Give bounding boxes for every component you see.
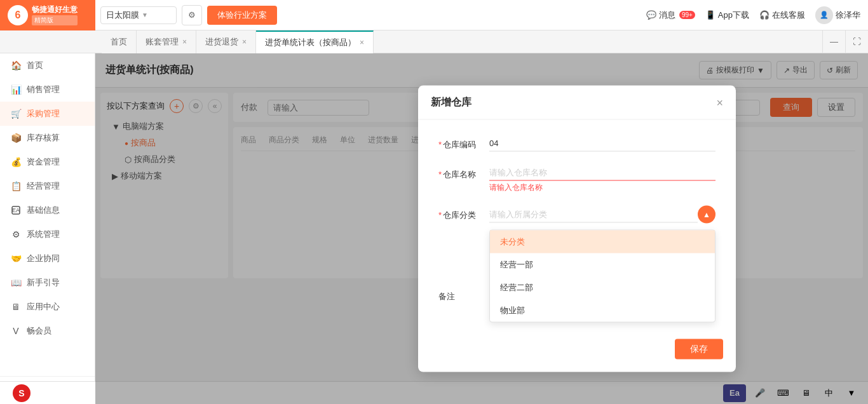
content-area: 进货单统计(按商品) 🖨 按模板打印 ▼ ↗ 导出 ↺ 刷新 (95, 53, 868, 404)
online-service-button[interactable]: 🎧 在线客服 (759, 10, 805, 21)
tab-account[interactable]: 账套管理 × (137, 30, 196, 53)
tab-controls: — ⛶ (822, 30, 868, 53)
save-button[interactable]: 保存 (675, 339, 723, 360)
category-select-wrapper: ▲ (489, 206, 715, 224)
main-layout: 🏠 首页 📊 销售管理 🛒 采购管理 📦 库存核算 💰 资金管理 📋 经营管理 … (0, 53, 868, 404)
tab-purchase-return[interactable]: 进货退货 × (196, 30, 256, 53)
svg-text:EA: EA (12, 207, 20, 213)
purchase-icon: 🛒 (10, 108, 22, 119)
sidebar-item-operations[interactable]: 📋 经营管理 (0, 174, 95, 198)
enterprise-icon: 🤝 (10, 253, 22, 264)
form-group-name: 仓库名称 请输入仓库名称 (438, 165, 715, 193)
name-error-message: 请输入仓库名称 (489, 182, 543, 193)
user-profile[interactable]: 👤 徐泽华 (815, 6, 860, 24)
operations-icon: 📋 (10, 180, 22, 192)
message-icon: 💬 (646, 10, 656, 20)
finance-icon: 💰 (10, 156, 22, 168)
dropdown-item-dept2[interactable]: 经营二部 (490, 276, 715, 299)
code-label: 仓库编码 (438, 135, 489, 151)
category-arrow-button[interactable]: ▲ (698, 206, 715, 224)
bottom-left: S (8, 384, 31, 402)
modal-close-button[interactable]: × (716, 97, 723, 108)
form-group-category: 仓库分类 ▲ 未分类 经营一部 经营二部 物业部 (438, 206, 715, 224)
sidebar-item-basic-info[interactable]: EA 基础信息 (0, 198, 95, 222)
sidebar-item-apps[interactable]: 🖥 应用中心 (0, 295, 95, 319)
info-icon: EA (10, 205, 22, 216)
tab-close-return[interactable]: × (242, 37, 247, 46)
sidebar: 🏠 首页 📊 销售管理 🛒 采购管理 📦 库存核算 💰 资金管理 📋 经营管理 … (0, 53, 95, 404)
system-icon: ⚙ (10, 229, 22, 240)
tab-minimize-button[interactable]: — (822, 30, 845, 53)
trial-button[interactable]: 体验行业方案 (207, 6, 277, 25)
logo-area: 6 畅捷通好生意 精简版 (0, 0, 95, 30)
name-error-wrapper: 请输入仓库名称 (438, 181, 543, 193)
tab-close-account[interactable]: × (182, 37, 187, 46)
tab-bar: 首页 账套管理 × 进货退货 × 进货单统计表（按商品） × — ⛶ (0, 30, 868, 53)
category-label: 仓库分类 (438, 206, 489, 221)
category-input[interactable] (489, 206, 698, 223)
logo-icon: 6 (8, 5, 28, 25)
headset-icon: 🎧 (759, 10, 770, 20)
modal-title: 新增仓库 (431, 96, 471, 109)
sidebar-item-finance[interactable]: 💰 资金管理 (0, 150, 95, 174)
home-icon: 🏠 (10, 60, 22, 71)
phone-icon: 📱 (705, 10, 715, 20)
tab-expand-button[interactable]: ⛶ (845, 30, 868, 53)
app-download-button[interactable]: 📱 App下载 (705, 10, 749, 21)
modal-header: 新增仓库 × (418, 86, 736, 120)
name-input[interactable] (489, 165, 715, 181)
sidebar-item-system[interactable]: ⚙ 系统管理 (0, 222, 95, 246)
sidebar-item-home[interactable]: 🏠 首页 (0, 53, 95, 77)
store-selector[interactable]: 日太阳膜 ▼ (100, 6, 177, 24)
tab-close-stats[interactable]: × (360, 38, 364, 47)
tab-home[interactable]: 首页 (102, 30, 137, 53)
store-dropdown-arrow: ▼ (142, 11, 148, 18)
category-dropdown: 未分类 经营一部 经营二部 物业部 (489, 230, 715, 323)
sidebar-item-guide[interactable]: 📖 新手引导 (0, 271, 95, 295)
apps-icon: 🖥 (10, 301, 22, 313)
top-bar: 6 畅捷通好生意 精简版 日太阳膜 ▼ ⚙ 体验行业方案 💬 消息 99+ 📱 … (0, 0, 868, 30)
tab-purchase-stats[interactable]: 进货单统计表（按商品） × (256, 30, 374, 53)
avatar: 👤 (815, 6, 833, 24)
sidebar-item-purchase[interactable]: 🛒 采购管理 (0, 102, 95, 126)
dropdown-item-uncategorized[interactable]: 未分类 (490, 231, 715, 253)
modal-footer: 保存 (418, 332, 736, 372)
top-right-area: 💬 消息 99+ 📱 App下载 🎧 在线客服 👤 徐泽华 (646, 6, 860, 24)
name-label: 仓库名称 (438, 165, 489, 180)
sidebar-item-membership[interactable]: V 畅会员 (0, 319, 95, 343)
sidebar-item-inventory[interactable]: 📦 库存核算 (0, 126, 95, 150)
note-label: 备注 (438, 287, 489, 302)
membership-icon: V (10, 325, 22, 337)
new-warehouse-modal: 新增仓库 × 仓库编码 仓库名称 请输入仓库名称 (418, 86, 736, 372)
logo-text: 畅捷通好生意 精简版 (32, 4, 78, 25)
form-group-code: 仓库编码 (438, 135, 715, 152)
code-input[interactable] (489, 135, 715, 152)
name-row: 仓库名称 (438, 165, 715, 181)
sidebar-item-sales[interactable]: 📊 销售管理 (0, 77, 95, 102)
sales-icon: 📊 (10, 84, 22, 95)
settings-button[interactable]: ⚙ (182, 5, 202, 25)
messages-button[interactable]: 💬 消息 99+ (646, 10, 695, 21)
sidebar-item-enterprise[interactable]: 🤝 企业协同 (0, 246, 95, 271)
dropdown-item-property[interactable]: 物业部 (490, 299, 715, 322)
dropdown-item-dept1[interactable]: 经营一部 (490, 253, 715, 276)
modal-body: 仓库编码 仓库名称 请输入仓库名称 仓库分类 (418, 120, 736, 332)
inventory-icon: 📦 (10, 132, 22, 144)
sogou-icon[interactable]: S (13, 384, 31, 402)
guide-icon: 📖 (10, 277, 22, 288)
